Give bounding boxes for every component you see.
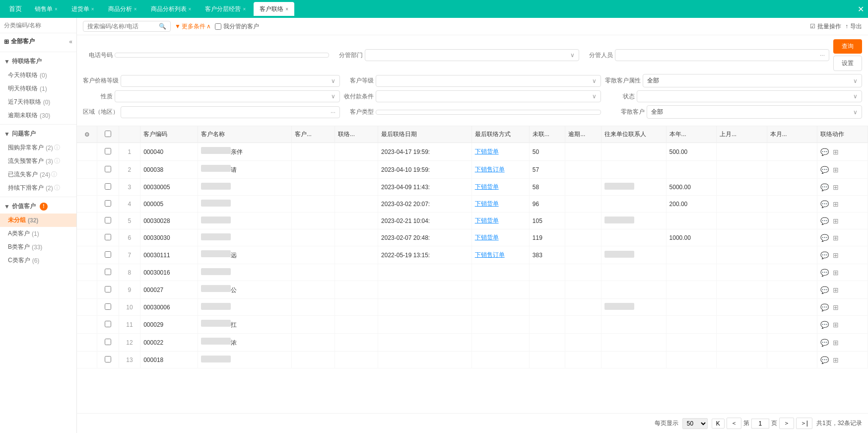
nav-tab-customer-contact[interactable]: 客户联络 × bbox=[254, 2, 294, 16]
nav-tab-purchase[interactable]: 进货单 × bbox=[66, 2, 100, 16]
td-method[interactable]: 下销货单 bbox=[471, 196, 529, 213]
td-checkbox[interactable] bbox=[97, 316, 119, 334]
td-checkbox[interactable] bbox=[97, 281, 119, 299]
chat-icon[interactable]: 💬 bbox=[820, 234, 829, 242]
td-checkbox[interactable] bbox=[97, 264, 119, 281]
td-method[interactable]: 下销货单 bbox=[471, 179, 529, 196]
method-link[interactable]: 下销售订单 bbox=[475, 166, 505, 173]
sidebar-item-7days[interactable]: 近7天待联络 (0) bbox=[0, 95, 76, 109]
grid-icon[interactable]: ⊞ bbox=[833, 269, 839, 277]
row-checkbox[interactable] bbox=[105, 356, 111, 362]
grid-icon[interactable]: ⊞ bbox=[833, 339, 839, 347]
td-method[interactable] bbox=[471, 281, 529, 299]
grid-icon[interactable]: ⊞ bbox=[833, 217, 839, 225]
my-customers-check[interactable] bbox=[215, 23, 221, 30]
grid-icon[interactable]: ⊞ bbox=[833, 234, 839, 242]
close-icon[interactable]: × bbox=[134, 6, 137, 12]
th-lastmonth[interactable]: 上月... bbox=[717, 126, 767, 143]
method-link[interactable]: 下销货单 bbox=[475, 183, 499, 190]
grid-icon[interactable]: ⊞ bbox=[833, 166, 839, 174]
export-btn[interactable]: ↑ 导出 bbox=[845, 22, 862, 31]
grid-icon[interactable]: ⊞ bbox=[833, 148, 839, 156]
row-checkbox[interactable] bbox=[105, 269, 111, 275]
price-level-input[interactable]: ∨ bbox=[121, 75, 340, 87]
reset-btn[interactable]: 设置 bbox=[833, 56, 862, 71]
row-checkbox[interactable] bbox=[105, 251, 111, 258]
chat-icon[interactable]: 💬 bbox=[820, 251, 829, 259]
row-checkbox[interactable] bbox=[105, 200, 111, 207]
search-btn[interactable]: 查询 bbox=[833, 39, 862, 54]
chat-icon[interactable]: 💬 bbox=[820, 200, 829, 208]
sidebar-item-declining[interactable]: 持续下滑客户 (2) ⓘ bbox=[0, 181, 76, 195]
more-conditions-btn[interactable]: ▼ 更多条件 ∧ bbox=[175, 22, 211, 31]
sidebar-item-today[interactable]: 今天待联络 (0) bbox=[0, 69, 76, 82]
row-checkbox[interactable] bbox=[105, 234, 111, 240]
select-all-checkbox[interactable] bbox=[105, 131, 111, 137]
td-checkbox[interactable] bbox=[97, 334, 119, 352]
td-checkbox[interactable] bbox=[97, 213, 119, 229]
row-checkbox[interactable] bbox=[105, 217, 111, 223]
cust-level-input[interactable]: ∨ bbox=[376, 75, 601, 87]
close-icon[interactable]: × bbox=[91, 6, 94, 12]
chat-icon[interactable]: 💬 bbox=[820, 217, 829, 225]
payment-input[interactable]: ∨ bbox=[376, 90, 601, 102]
row-checkbox[interactable] bbox=[105, 183, 111, 190]
td-checkbox[interactable] bbox=[97, 143, 119, 161]
th-overdue[interactable]: 逾期... bbox=[565, 126, 601, 143]
sidebar-item-overdue[interactable]: 逾期未联络 (30) bbox=[0, 109, 76, 122]
sidebar-item-ungroup[interactable]: 未分组 (32) bbox=[0, 214, 76, 227]
td-checkbox[interactable] bbox=[97, 161, 119, 179]
search-input[interactable] bbox=[87, 23, 157, 30]
all-customers-header[interactable]: ⊞ 全部客户 « bbox=[0, 33, 76, 50]
th-settings[interactable]: ⚙ bbox=[77, 126, 97, 143]
row-checkbox[interactable] bbox=[105, 286, 111, 292]
td-checkbox[interactable] bbox=[97, 352, 119, 368]
grid-icon[interactable]: ⊞ bbox=[833, 356, 839, 364]
close-icon[interactable]: × bbox=[55, 6, 58, 12]
close-icon[interactable]: × bbox=[285, 6, 288, 12]
area-input[interactable]: ··· bbox=[121, 106, 340, 118]
chat-icon[interactable]: 💬 bbox=[820, 303, 829, 311]
batch-ops-btn[interactable]: ☑ 批量操作 bbox=[810, 22, 841, 31]
method-link[interactable]: 下销货单 bbox=[475, 200, 499, 207]
th-thismonth[interactable]: 本月... bbox=[767, 126, 817, 143]
grid-icon[interactable]: ⊞ bbox=[833, 303, 839, 311]
retail-cust-input[interactable]: 全部∨ bbox=[647, 105, 862, 119]
td-checkbox[interactable] bbox=[97, 196, 119, 213]
status-input[interactable]: ∨ bbox=[637, 90, 862, 102]
th-date[interactable]: 最后联络日期 bbox=[378, 126, 472, 143]
grid-icon[interactable]: ⊞ bbox=[833, 286, 839, 294]
td-method[interactable]: 下销货单 bbox=[471, 213, 529, 229]
last-page-btn[interactable]: ＞| bbox=[796, 418, 812, 429]
td-method[interactable] bbox=[471, 352, 529, 368]
nav-tab-sales[interactable]: 销售单 × bbox=[29, 2, 64, 16]
td-method[interactable]: 下销货单 bbox=[471, 229, 529, 246]
th-contact[interactable]: 联络... bbox=[335, 126, 378, 143]
grid-icon[interactable]: ⊞ bbox=[833, 251, 839, 259]
sidebar-item-abnormal[interactable]: 囤购异常客户 (2) ⓘ bbox=[0, 141, 76, 154]
chat-icon[interactable]: 💬 bbox=[820, 356, 829, 364]
first-page-btn[interactable]: K bbox=[712, 419, 725, 429]
method-link[interactable]: 下销货单 bbox=[475, 234, 499, 241]
search-icon[interactable]: 🔍 bbox=[159, 23, 166, 30]
th-person[interactable]: 往来单位联系人 bbox=[601, 126, 666, 143]
th-name[interactable]: 客户名称 bbox=[198, 126, 292, 143]
nav-home[interactable]: 首页 bbox=[4, 4, 27, 13]
th-code[interactable]: 客户编码 bbox=[140, 126, 198, 143]
row-checkbox[interactable] bbox=[105, 321, 111, 327]
my-customers-checkbox[interactable]: 我分管的客户 bbox=[215, 22, 259, 31]
close-icon[interactable]: × bbox=[243, 6, 246, 12]
td-checkbox[interactable] bbox=[97, 229, 119, 246]
td-checkbox[interactable] bbox=[97, 179, 119, 196]
row-checkbox[interactable] bbox=[105, 339, 111, 345]
td-method[interactable]: 下销售订单 bbox=[471, 161, 529, 179]
next-page-btn[interactable]: ＞ bbox=[779, 418, 794, 429]
method-link[interactable]: 下销货单 bbox=[475, 217, 499, 224]
td-method[interactable] bbox=[471, 264, 529, 281]
staff-input[interactable]: ··· bbox=[615, 49, 829, 61]
th-days[interactable]: 未联... bbox=[529, 126, 565, 143]
close-all-icon[interactable]: ✕ bbox=[858, 4, 864, 14]
row-checkbox[interactable] bbox=[105, 166, 111, 172]
td-method[interactable] bbox=[471, 316, 529, 334]
method-link[interactable]: 下销售订单 bbox=[475, 251, 505, 258]
